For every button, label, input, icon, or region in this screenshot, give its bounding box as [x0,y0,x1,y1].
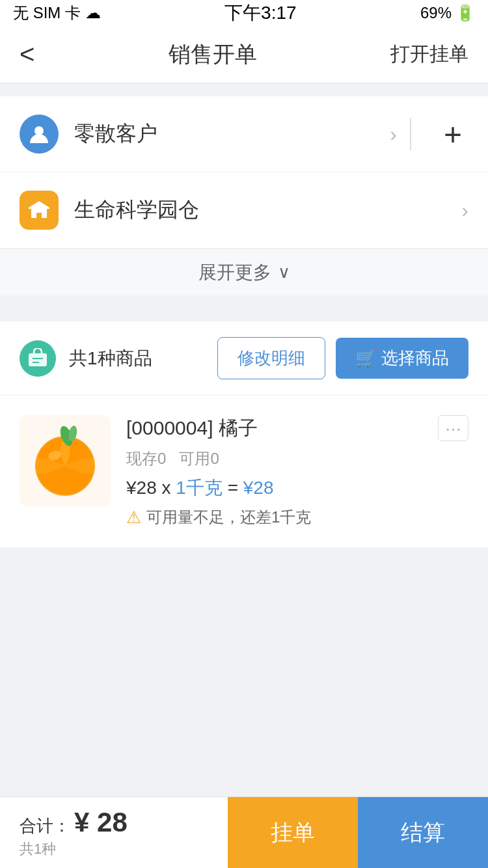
battery-icon: 🔋 [455,4,475,22]
customer-row[interactable]: 零散客户 › + [0,96,488,172]
separator-2 [0,295,488,308]
edit-detail-button[interactable]: 修改明细 [217,337,325,379]
warning-icon: ⚠ [126,508,141,528]
product-image [20,415,111,506]
products-section: 共1种商品 修改明细 🛒 选择商品 [0,321,488,547]
checkout-button[interactable]: 结算 [358,797,488,868]
footer-total-sub: 共1种 [20,839,208,859]
status-bar: 无 SIM 卡 ☁ 下午3:17 69% 🔋 [0,0,488,26]
product-more-button[interactable]: ··· [438,415,468,441]
product-info: [0000004] 橘子 ··· 现存0 可用0 ¥28 x 1千克 = ¥28… [126,415,468,528]
customer-icon [20,115,59,154]
multiply-sign: x [162,478,176,498]
product-title: 橘子 [219,417,258,439]
expand-more-button[interactable]: 展开更多 ∨ [0,249,488,295]
status-time: 下午3:17 [224,1,297,25]
open-hold-button[interactable]: 打开挂单 [390,41,468,68]
warehouse-row[interactable]: 生命科学园仓 › [0,172,488,249]
warning-text: 可用量不足，还差1千克 [146,507,311,528]
customer-section: 零散客户 › + 生命科学园仓 › [0,96,488,249]
product-warning: ⚠ 可用量不足，还差1千克 [126,507,468,528]
status-right: 69% 🔋 [420,4,475,22]
warehouse-name: 生命科学园仓 [74,196,461,224]
content-space [0,547,488,807]
status-left: 无 SIM 卡 ☁ [13,3,101,23]
warehouse-icon [20,191,59,230]
select-product-button[interactable]: 🛒 选择商品 [336,338,468,379]
customer-name: 零散客户 [74,120,390,148]
product-stock: 现存0 可用0 [126,448,468,469]
add-customer-button[interactable]: + [437,116,468,152]
total-label-text: 合计： [20,815,70,837]
battery-text: 69% [420,4,452,22]
svg-rect-1 [29,353,47,366]
expand-more-chevron-icon: ∨ [278,262,290,282]
expand-more-label: 展开更多 [198,260,271,285]
unit-price: ¥28 [126,478,157,498]
back-button[interactable]: < [20,40,34,69]
row-divider [410,118,411,150]
products-count-text: 共1种商品 [69,346,217,371]
warehouse-row-right: › [461,198,468,223]
product-price: ¥28 x 1千克 = ¥28 [126,476,468,500]
footer-total-amount: ¥ 28 [74,807,128,838]
footer-total-label: 合计： ¥ 28 [20,807,208,838]
customer-row-right: › + [390,116,468,152]
page-title: 销售开单 [169,40,257,70]
products-header: 共1种商品 修改明细 🛒 选择商品 [0,321,488,396]
products-count-icon [20,340,56,377]
separator-1 [0,83,488,96]
product-item: [0000004] 橘子 ··· 现存0 可用0 ¥28 x 1千克 = ¥28… [0,396,488,547]
footer-total: 合计： ¥ 28 共1种 [0,797,228,868]
total-price: ¥28 [243,478,274,498]
warehouse-chevron-icon: › [461,198,468,223]
footer: 合计： ¥ 28 共1种 挂单 结算 [0,796,488,868]
customer-chevron-icon: › [390,122,397,146]
stock-label: 现存0 [126,450,166,467]
select-product-label: 选择商品 [381,347,449,370]
equals-sign: = [228,478,243,498]
product-code: [0000004] [126,417,213,439]
available-label: 可用0 [179,450,219,467]
svg-point-0 [34,126,44,135]
carrier-text: 无 SIM 卡 ☁ [13,3,101,23]
hold-order-button[interactable]: 挂单 [228,797,358,868]
cart-icon: 🛒 [355,348,376,368]
quantity: 1千克 [176,478,223,498]
nav-bar: < 销售开单 打开挂单 [0,26,488,83]
product-name: [0000004] 橘子 [126,415,258,442]
